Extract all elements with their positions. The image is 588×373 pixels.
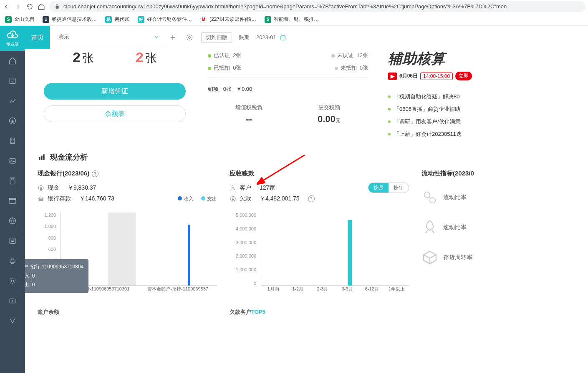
- chart-highlight: [108, 213, 136, 285]
- bookmark-item[interactable]: S智能票、财、税推…: [265, 16, 319, 23]
- bookmark-label: 易代账: [114, 16, 129, 23]
- nav-forward-icon[interactable]: [14, 3, 22, 10]
- voucher-count2: 2张: [136, 49, 157, 66]
- sidebar-gear-icon[interactable]: [0, 271, 25, 291]
- bookmark-item[interactable]: 好好会计云财务软件…: [138, 16, 192, 23]
- settings-button[interactable]: [184, 33, 194, 43]
- nav-home-icon[interactable]: [38, 3, 45, 10]
- browser-toolbar: cloud.chanjet.com/accounting/uw1eb00zy96…: [0, 0, 588, 13]
- bookmark-item[interactable]: S金山文档: [5, 16, 34, 23]
- sidebar-archive-icon[interactable]: [0, 191, 25, 211]
- cloud-icon: [7, 30, 18, 40]
- news-go-button[interactable]: 立即: [455, 72, 472, 80]
- toggle-year[interactable]: 按年: [389, 183, 409, 193]
- sidebar-building-icon[interactable]: [0, 131, 25, 151]
- add-button[interactable]: [168, 33, 178, 43]
- topbar: 演示 切到旧版 账期 2023-01: [50, 26, 588, 49]
- svg-rect-18: [280, 35, 285, 40]
- ar-title: 应收账款: [230, 170, 409, 178]
- cash-bank-title: 现金银行(2023/06)?: [38, 170, 217, 178]
- sidebar-money-icon[interactable]: [0, 111, 25, 131]
- chevron-down-icon: [154, 34, 159, 40]
- user-icon: [230, 185, 236, 191]
- brand-logo[interactable]: 专业版: [0, 26, 25, 51]
- sidebar: 专业版: [0, 26, 25, 373]
- news-item[interactable]: 「上新」好会计20230511迭: [388, 128, 584, 140]
- sidebar-calc-icon[interactable]: [0, 171, 25, 191]
- ar-subtitle: 欠款客户TOP5: [230, 308, 409, 316]
- company-select[interactable]: 演示: [57, 31, 161, 44]
- bank-icon: [38, 195, 44, 202]
- liquidity-title: 流动性指标(2023/0: [421, 170, 497, 178]
- sidebar-video-icon[interactable]: [0, 291, 25, 311]
- svg-rect-21: [43, 154, 44, 160]
- brand-text: 专业版: [6, 41, 19, 47]
- add-voucher-button[interactable]: 新增凭证: [44, 83, 186, 100]
- liquidity-item[interactable]: 流动比率: [421, 183, 497, 213]
- svg-point-26: [424, 192, 430, 198]
- sidebar-v-icon[interactable]: [0, 311, 25, 331]
- bookmark-label: 金山文档: [14, 16, 34, 23]
- svg-rect-1: [10, 78, 15, 83]
- tab-home[interactable]: 首页: [25, 26, 50, 49]
- balance-sheet-button[interactable]: 余额表: [44, 105, 186, 122]
- svg-point-23: [232, 186, 234, 188]
- bookmark-item[interactable]: M(227封未读邮件)畅…: [200, 16, 256, 23]
- sidebar-print-icon[interactable]: [0, 251, 25, 271]
- toggle-month[interactable]: 按月: [368, 183, 389, 193]
- yen-icon: [38, 185, 44, 191]
- svg-point-15: [12, 280, 14, 282]
- svg-rect-4: [10, 158, 15, 163]
- bookmark-label: 智能票、财、税推…: [274, 16, 319, 23]
- sidebar-voucher-icon[interactable]: [0, 71, 25, 91]
- address-bar[interactable]: cloud.chanjet.com/accounting/uw1eb00zy96…: [49, 1, 585, 12]
- bookmark-item[interactable]: 易易代账: [105, 16, 129, 23]
- url-text: cloud.chanjet.com/accounting/uw1eb00zy96…: [63, 3, 507, 10]
- bookmark-label: 好会计云财务软件…: [147, 16, 192, 23]
- ar-card: 应收账款 客户 127家 欠款 ￥4,482,001.75 ?: [230, 170, 409, 316]
- svg-rect-12: [10, 260, 15, 263]
- period-picker[interactable]: 2023-01: [256, 34, 286, 41]
- svg-rect-13: [11, 258, 14, 260]
- box-icon: [421, 249, 438, 266]
- vat-burden: 增值税税负--: [235, 104, 262, 125]
- tax-card: 已认证 2张 未认证 12张 已抵扣 0张 未抵扣 0张 销项 0张 ￥0.00…: [200, 49, 376, 140]
- svg-rect-7: [11, 179, 14, 180]
- news-date: ▶6月06日14:00-15:00立即: [388, 72, 584, 80]
- bookmark-item[interactable]: U畅捷通信息技术股…: [43, 16, 97, 23]
- sidebar-transfer-icon[interactable]: [0, 231, 25, 251]
- tax-certified: 已认证 2张: [208, 52, 241, 59]
- tax-deducted: 已抵扣 0张: [208, 64, 241, 72]
- tax-undeducted: 未抵扣 0张: [335, 64, 368, 72]
- cash-bank-card: 现金银行(2023/06)? 现金 ￥9,830.37 银行存款 ￥146,76…: [38, 170, 217, 316]
- news-item[interactable]: 「调研」用友客户/伙伴满意: [388, 115, 584, 128]
- nav-reload-icon[interactable]: [26, 3, 33, 10]
- liquidity-item[interactable]: 存货周转率: [421, 243, 497, 273]
- help-icon[interactable]: ?: [308, 195, 315, 202]
- news-item[interactable]: 「0606直播」商贸企业辅助: [388, 103, 584, 115]
- ar-debt-row: 欠款 ￥4,482,001.75 ?: [230, 193, 315, 204]
- sidebar-home-icon[interactable]: [0, 51, 25, 71]
- ar-chart[interactable]: 5,000,0004,000,0003,000,0002,000,0001,00…: [230, 213, 409, 296]
- sidebar-image-icon[interactable]: [0, 151, 25, 171]
- nav-back-icon[interactable]: [3, 3, 10, 10]
- chart-tooltip: 外债户-招行-110906953710804 收入: 0 支出: 0: [25, 259, 88, 293]
- voucher-count1: 2张: [73, 49, 94, 66]
- old-version-button[interactable]: 切到旧版: [201, 32, 232, 43]
- news-item[interactable]: 「税期自助化答疑」解决80: [388, 90, 584, 103]
- bookmark-label: (227封未读邮件)畅…: [209, 16, 256, 23]
- svg-rect-0: [56, 6, 59, 8]
- chart-legend: 收入 支出: [178, 195, 217, 203]
- ar-customer-row: 客户 127家: [230, 183, 315, 193]
- cash-row: 现金 ￥9,830.37: [38, 183, 217, 193]
- period-label: 账期: [239, 34, 250, 41]
- liquidity-item[interactable]: 速动比率: [421, 213, 497, 243]
- period-toggle[interactable]: 按月 按年: [368, 183, 409, 193]
- bookmark-label: 畅捷通信息技术股…: [52, 16, 97, 23]
- sidebar-report-icon[interactable]: [0, 91, 25, 111]
- help-icon[interactable]: ?: [92, 170, 98, 177]
- sidebar-globe-icon[interactable]: [0, 211, 25, 231]
- svg-rect-19: [39, 157, 40, 160]
- svg-rect-11: [10, 238, 15, 243]
- calendar-icon: [280, 34, 286, 41]
